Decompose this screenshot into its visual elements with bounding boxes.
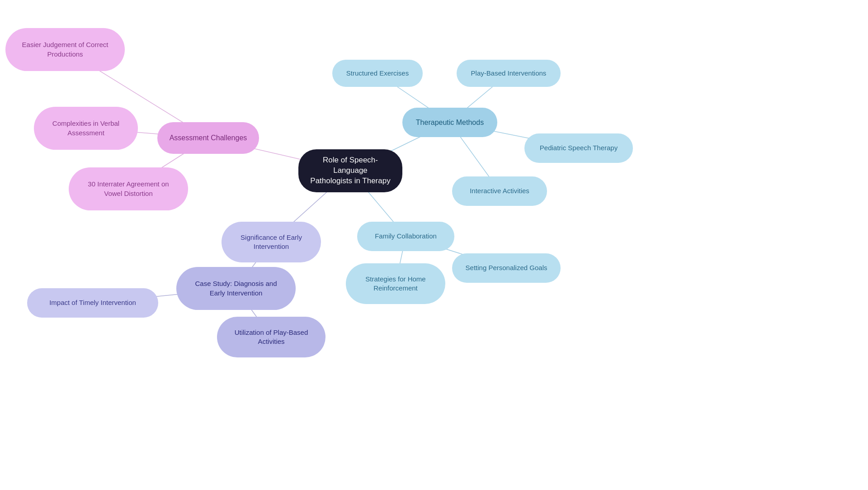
strategies-home-node[interactable]: Strategies for Home Reinforcement: [346, 263, 445, 304]
case-study-label: Case Study: Diagnosis and Early Interven…: [195, 279, 277, 298]
interactive-activities-node[interactable]: Interactive Activities: [452, 176, 547, 206]
pediatric-speech-therapy-node[interactable]: Pediatric Speech Therapy: [524, 133, 633, 163]
play-based-interventions-label: Play-Based Interventions: [471, 69, 547, 78]
interrater-agreement-node[interactable]: 30 Interrater Agreement on Vowel Distort…: [69, 167, 188, 210]
interactive-activities-label: Interactive Activities: [470, 186, 529, 195]
impact-timely-node[interactable]: Impact of Timely Intervention: [27, 288, 158, 318]
structured-exercises-label: Structured Exercises: [346, 69, 409, 78]
utilization-play-label: Utilization of Play-Based Activities: [235, 328, 308, 347]
center-node[interactable]: Role of Speech-Language Pathologists in …: [298, 149, 402, 192]
setting-personalized-goals-node[interactable]: Setting Personalized Goals: [452, 253, 561, 283]
assessment-challenges-node[interactable]: Assessment Challenges: [157, 122, 259, 154]
center-label: Role of Speech-Language Pathologists in …: [308, 155, 392, 186]
complexities-verbal-node[interactable]: Complexities in Verbal Assessment: [34, 107, 138, 150]
family-collaboration-label: Family Collaboration: [375, 232, 437, 241]
assessment-challenges-label: Assessment Challenges: [170, 133, 247, 143]
case-study-node[interactable]: Case Study: Diagnosis and Early Interven…: [176, 267, 296, 310]
play-based-interventions-node[interactable]: Play-Based Interventions: [457, 60, 561, 87]
interrater-agreement-label: 30 Interrater Agreement on Vowel Distort…: [88, 180, 169, 198]
complexities-verbal-label: Complexities in Verbal Assessment: [52, 119, 119, 138]
significance-early-node[interactable]: Significance of Early Intervention: [222, 222, 321, 262]
structured-exercises-node[interactable]: Structured Exercises: [332, 60, 423, 87]
easier-judgement-label: Easier Judgement of Correct Productions: [22, 40, 108, 59]
setting-personalized-goals-label: Setting Personalized Goals: [466, 263, 547, 272]
significance-early-label: Significance of Early Intervention: [241, 233, 302, 252]
therapeutic-methods-node[interactable]: Therapeutic Methods: [402, 108, 497, 137]
easier-judgement-node[interactable]: Easier Judgement of Correct Productions: [5, 28, 125, 71]
family-collaboration-node[interactable]: Family Collaboration: [357, 222, 454, 251]
strategies-home-label: Strategies for Home Reinforcement: [365, 275, 425, 293]
impact-timely-label: Impact of Timely Intervention: [49, 298, 136, 307]
utilization-play-node[interactable]: Utilization of Play-Based Activities: [217, 317, 326, 357]
pediatric-speech-therapy-label: Pediatric Speech Therapy: [540, 143, 618, 152]
therapeutic-methods-label: Therapeutic Methods: [416, 118, 484, 128]
